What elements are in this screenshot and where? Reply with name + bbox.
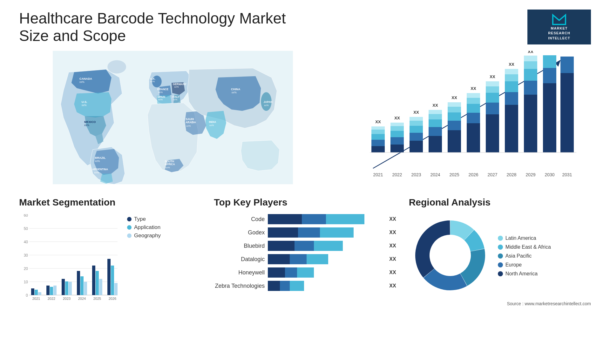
bar-segment [297, 267, 314, 278]
svg-rect-97 [524, 69, 537, 81]
player-row: BluebirdXX [214, 241, 396, 251]
legend-color-dot [498, 245, 503, 250]
svg-text:XX: XX [394, 116, 400, 120]
market-growth-chart: 2021 XX 2022 XX 2023 XX [339, 51, 591, 184]
page: Healthcare Barcode Technology Market Siz… [0, 0, 610, 364]
svg-text:2021: 2021 [373, 172, 383, 177]
bar-segment [320, 227, 354, 238]
svg-rect-102 [543, 83, 556, 152]
player-name: Bluebird [214, 243, 265, 249]
svg-text:xx%: xx% [174, 85, 179, 88]
bar-segment [326, 214, 365, 224]
key-players-title: Top Key Players [214, 197, 396, 208]
bar-segment [268, 227, 298, 238]
svg-rect-40 [371, 140, 385, 146]
legend-color-dot [498, 236, 503, 241]
bar-segment [268, 241, 295, 251]
svg-rect-49 [390, 126, 404, 131]
svg-rect-130 [53, 286, 57, 295]
svg-text:XX: XX [432, 103, 438, 108]
world-map-container: CANADA xx% U.S. xx% MEXICO xx% BRAZIL xx… [19, 51, 327, 184]
bar-segment [268, 214, 302, 224]
svg-rect-54 [410, 133, 423, 141]
svg-rect-99 [524, 56, 537, 61]
header: Healthcare Barcode Technology Market Siz… [19, 10, 591, 44]
svg-text:XX: XX [528, 51, 533, 54]
svg-rect-69 [448, 112, 461, 121]
svg-rect-39 [371, 146, 385, 152]
svg-rect-41 [371, 134, 385, 140]
bar-segment [290, 281, 304, 291]
regional-legend: Latin AmericaMiddle East & AfricaAsia Pa… [498, 235, 551, 277]
svg-rect-126 [38, 292, 41, 295]
svg-rect-70 [448, 107, 461, 112]
svg-text:ARABIA: ARABIA [186, 121, 196, 124]
regional-legend-item: Asia Pacific [498, 253, 551, 259]
svg-text:10: 10 [24, 280, 28, 284]
svg-rect-61 [429, 127, 442, 136]
svg-rect-103 [543, 68, 556, 83]
svg-rect-82 [486, 103, 499, 114]
type-dot [127, 217, 132, 221]
svg-rect-133 [65, 281, 68, 295]
svg-rect-146 [114, 283, 118, 295]
bottom-section: Market Segmentation 0 10 20 30 40 50 60 [19, 197, 591, 306]
svg-text:INDIA: INDIA [209, 120, 216, 124]
svg-text:2022: 2022 [392, 172, 402, 177]
svg-text:2023: 2023 [411, 172, 421, 177]
bar-segment [268, 267, 285, 278]
svg-rect-142 [99, 279, 102, 295]
donut-chart [409, 214, 491, 298]
svg-text:XX: XX [471, 86, 476, 91]
svg-rect-145 [111, 266, 114, 295]
svg-text:CANADA: CANADA [79, 77, 92, 80]
svg-rect-46 [390, 145, 404, 152]
svg-rect-43 [371, 126, 385, 130]
player-bar [268, 227, 383, 238]
svg-text:xx%: xx% [165, 166, 170, 169]
svg-rect-107 [560, 57, 574, 73]
svg-rect-75 [467, 113, 480, 123]
svg-text:SPAIN: SPAIN [157, 95, 165, 98]
svg-text:2025: 2025 [93, 297, 101, 300]
player-bar [268, 241, 383, 251]
svg-rect-77 [467, 98, 480, 104]
svg-text:xx%: xx% [158, 98, 163, 101]
player-row: Zebra TechnologiesXX [214, 281, 396, 291]
svg-text:2030: 2030 [545, 172, 554, 177]
svg-text:60: 60 [24, 214, 28, 218]
svg-text:U.S.: U.S. [82, 100, 87, 104]
svg-text:2027: 2027 [487, 172, 497, 177]
svg-text:2026: 2026 [109, 297, 116, 300]
svg-text:FRANCE: FRANCE [157, 88, 168, 91]
svg-rect-78 [467, 93, 480, 98]
svg-text:XX: XX [375, 119, 381, 124]
regional-legend-item: North America [498, 271, 551, 277]
legend-color-dot [498, 253, 503, 259]
legend-label: North America [505, 271, 538, 277]
world-map-svg: CANADA xx% U.S. xx% MEXICO xx% BRAZIL xx… [19, 51, 327, 184]
svg-rect-67 [448, 130, 461, 152]
svg-rect-57 [410, 117, 423, 121]
svg-rect-63 [429, 114, 442, 119]
logo: MARKET RESEARCH INTELLECT [527, 10, 591, 44]
svg-rect-68 [448, 121, 461, 130]
legend-label: Asia Pacific [505, 253, 532, 259]
donut-slice [415, 220, 450, 278]
svg-text:xx%: xx% [209, 124, 214, 127]
svg-text:2021: 2021 [32, 297, 40, 300]
svg-text:ARGENTINA: ARGENTINA [92, 168, 108, 171]
player-value: XX [389, 230, 396, 235]
svg-rect-64 [429, 110, 442, 114]
logo-icon [551, 13, 567, 26]
geography-dot [127, 233, 132, 238]
svg-rect-106 [560, 73, 574, 152]
svg-rect-136 [77, 271, 80, 295]
svg-rect-144 [107, 259, 111, 295]
regional-chart-wrap: Latin AmericaMiddle East & AfricaAsia Pa… [409, 214, 591, 298]
svg-text:AFRICA: AFRICA [165, 163, 175, 166]
regional-legend-item: Europe [498, 262, 551, 268]
type-label: Type [134, 216, 146, 222]
svg-text:XX: XX [490, 74, 495, 79]
svg-rect-55 [410, 126, 423, 133]
